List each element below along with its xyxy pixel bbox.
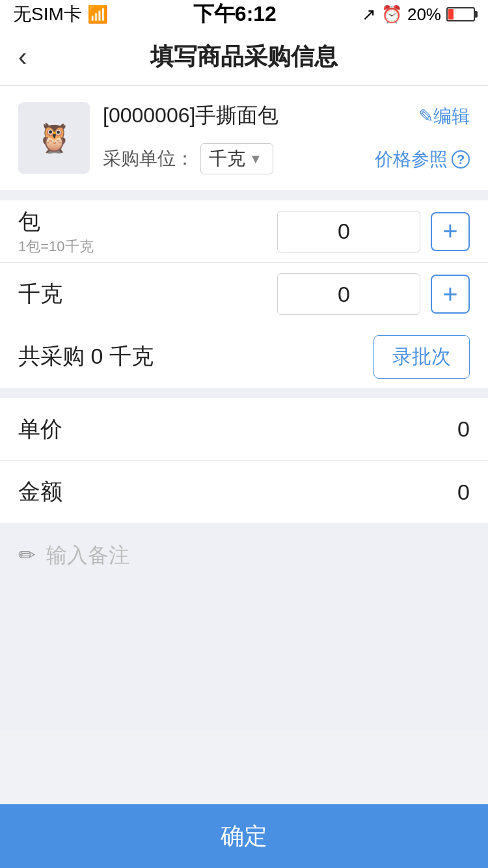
kg-quantity-input[interactable] <box>277 273 420 315</box>
remark-input[interactable]: 输入备注 <box>46 541 129 570</box>
page-title: 填写商品采购信息 <box>150 41 338 73</box>
info-circle-icon: ? <box>452 150 470 169</box>
remark-section[interactable]: ✏ 输入备注 <box>0 523 488 601</box>
price-ref-label: 价格参照 <box>375 147 448 172</box>
kg-input-right: + <box>122 273 470 315</box>
kg-label: 千克 <box>18 279 122 309</box>
edit-button[interactable]: ✎编辑 <box>418 104 470 129</box>
product-card: 🦉 [0000006]手撕面包 采购单位： 千克 ▼ ✎编辑 价格参照 ? <box>0 86 488 190</box>
back-button[interactable]: ‹ <box>18 42 27 72</box>
price-section: 单价 0 金额 0 <box>0 398 488 523</box>
bottom-fill <box>0 601 488 731</box>
bao-label-main: 包 <box>18 207 122 237</box>
dropdown-arrow-icon: ▼ <box>249 152 262 167</box>
kg-plus-button[interactable]: + <box>431 275 470 314</box>
wifi-icon: 📶 <box>87 5 108 25</box>
bao-label-sub: 1包=10千克 <box>18 237 122 256</box>
batch-button[interactable]: 录批次 <box>373 335 470 379</box>
battery-percentage: 20% <box>407 5 441 25</box>
battery-icon <box>446 7 475 21</box>
amount-row: 金额 0 <box>0 461 488 523</box>
divider-1 <box>0 190 488 200</box>
unit-label: 采购单位： <box>103 146 194 171</box>
unit-value: 千克 <box>209 146 245 171</box>
product-logo: 🦉 <box>36 124 72 152</box>
nav-bar: ‹ 填写商品采购信息 <box>0 29 488 86</box>
input-section: 包 1包=10千克 + 千克 + <box>0 200 488 325</box>
status-bar: 无SIM卡 📶 下午6:12 ↗ ⏰ 20% <box>0 0 488 29</box>
amount-label: 金额 <box>18 477 62 507</box>
carrier-label: 无SIM卡 <box>13 2 82 27</box>
pencil-icon: ✏ <box>18 543 36 567</box>
summary-row: 共采购 0 千克 录批次 <box>0 325 488 388</box>
amount-value: 0 <box>457 480 470 505</box>
status-right: ↗ ⏰ 20% <box>362 5 475 25</box>
bao-label: 包 1包=10千克 <box>18 207 122 256</box>
status-time: 下午6:12 <box>193 0 277 29</box>
unit-dropdown[interactable]: 千克 ▼ <box>200 143 273 174</box>
product-name: [0000006]手撕面包 <box>103 102 470 130</box>
kg-input-row: 千克 + <box>0 263 488 325</box>
kg-label-main: 千克 <box>18 279 122 309</box>
summary-text: 共采购 0 千克 <box>18 342 154 372</box>
bao-input-row: 包 1包=10千克 + <box>0 200 488 263</box>
bao-plus-button[interactable]: + <box>431 212 470 251</box>
bao-quantity-input[interactable] <box>277 211 420 252</box>
location-icon: ↗ <box>362 5 376 25</box>
status-left: 无SIM卡 📶 <box>13 2 108 27</box>
unit-price-value: 0 <box>457 416 470 442</box>
divider-2 <box>0 388 488 398</box>
unit-price-row: 单价 0 <box>0 398 488 461</box>
price-ref-button[interactable]: 价格参照 ? <box>375 147 470 172</box>
product-thumbnail: 🦉 <box>18 102 90 174</box>
alarm-icon: ⏰ <box>381 5 402 25</box>
unit-price-label: 单价 <box>18 414 62 444</box>
confirm-button[interactable]: 确定 <box>0 804 488 868</box>
bao-input-right: + <box>122 211 470 252</box>
